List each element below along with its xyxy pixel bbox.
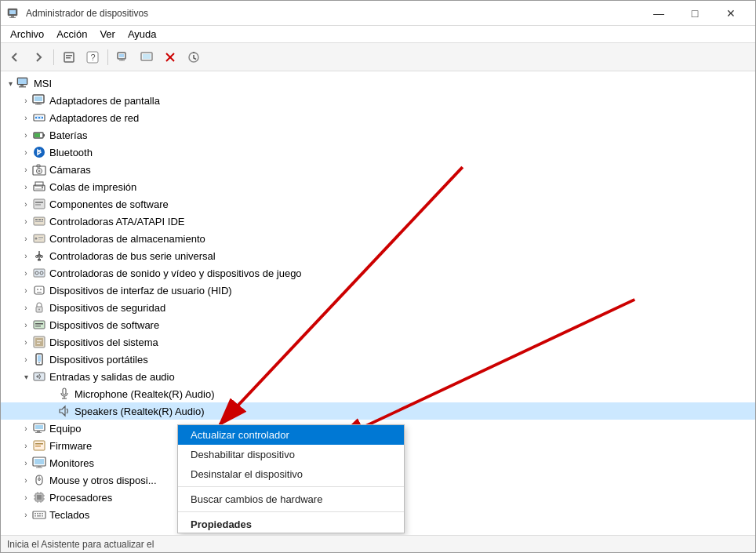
- title-bar-controls: — □ ✕: [641, 1, 749, 26]
- item-label: Dispositivos del sistema: [49, 337, 158, 348]
- root-item[interactable]: ▾ MSI: [1, 75, 755, 92]
- tree-item-controladoras-sonido[interactable]: › Controladoras de sonido y vídeo y disp…: [1, 264, 755, 282]
- mouse-icon: [32, 473, 46, 487]
- svg-rect-57: [38, 259, 41, 261]
- svg-rect-19: [18, 78, 27, 84]
- expand-arrow[interactable]: ›: [20, 232, 32, 245]
- svg-rect-47: [35, 219, 38, 220]
- minimize-button[interactable]: —: [641, 1, 677, 26]
- ctx-deshabilitar[interactable]: Deshabilitar dispositivo: [178, 445, 404, 464]
- expand-arrow[interactable]: ›: [20, 457, 32, 469]
- ctx-buscar[interactable]: Buscar cambios de hardware: [178, 489, 404, 509]
- tree-item-dispositivos-interfaz[interactable]: › Dispositivos de interfaz de usuario (H…: [1, 282, 755, 299]
- menu-ver[interactable]: Ver: [93, 27, 122, 42]
- tree-item-controladoras-almacenamiento[interactable]: › Controladoras de almacenamiento: [1, 230, 755, 247]
- expand-arrow[interactable]: ›: [20, 508, 32, 521]
- tree-item-controladoras-bus[interactable]: › Controladoras de bus serie universal: [1, 247, 755, 264]
- svg-rect-33: [35, 133, 40, 137]
- menu-ayuda[interactable]: Ayuda: [122, 27, 163, 42]
- expand-arrow[interactable]: ›: [20, 301, 32, 314]
- update-button[interactable]: [183, 46, 205, 68]
- tree-item-baterias[interactable]: › Baterías: [1, 126, 755, 144]
- item-label: Dispositivos de seguridad: [49, 302, 165, 314]
- scan-hardware-button[interactable]: [112, 46, 134, 68]
- svg-rect-75: [38, 355, 41, 362]
- back-button[interactable]: [4, 46, 26, 68]
- properties-button[interactable]: [58, 46, 80, 68]
- ctx-desinstalar[interactable]: Desinstalar el dispositivo: [178, 464, 404, 484]
- tree-item-camaras[interactable]: › Cámaras: [1, 161, 755, 178]
- expand-arrow[interactable]: ›: [20, 318, 32, 331]
- expand-arrow[interactable]: ›: [20, 94, 32, 107]
- context-menu: Actualizar controlador Deshabilitar disp…: [177, 424, 405, 533]
- tree-item-controladoras-ata[interactable]: › Controladoras ATA/ATAPI IDE: [1, 213, 755, 230]
- tree-item-adaptadores-red[interactable]: › Adaptadores de red: [1, 109, 755, 126]
- cpu-icon: [32, 490, 46, 504]
- expand-arrow[interactable]: ›: [20, 336, 32, 348]
- svg-rect-50: [35, 221, 43, 222]
- help-button[interactable]: ?: [82, 46, 104, 68]
- back-icon: [9, 51, 21, 64]
- item-label: Controladoras ATA/ATAPI IDE: [49, 216, 184, 227]
- svg-rect-111: [37, 515, 41, 517]
- expand-arrow[interactable]: ›: [20, 111, 32, 124]
- svg-rect-83: [37, 431, 40, 432]
- tree-item-microphone[interactable]: › Microphone (Realtek(R) Audio): [1, 385, 755, 402]
- tree-item-dispositivos-sistema[interactable]: › Dispositivos del sistema: [1, 333, 755, 351]
- tree-item-entradas-salidas[interactable]: ▾ Entradas y salidas de audio: [1, 368, 755, 385]
- item-label: Procesadores: [49, 492, 112, 504]
- keyboard-icon: [32, 508, 46, 522]
- svg-rect-20: [20, 85, 24, 86]
- menu-archivo[interactable]: Archivo: [4, 27, 50, 42]
- tree-item-dispositivos-seguridad[interactable]: › Dispositivos de seguridad: [1, 299, 755, 316]
- tree-item-dispositivos-portatiles[interactable]: › Dispositivos portátiles: [1, 351, 755, 368]
- ctx-separator-1: [178, 486, 404, 487]
- tree-item-speakers[interactable]: › Speakers (Realtek(R) Audio): [1, 402, 755, 420]
- expand-arrow[interactable]: ›: [20, 284, 32, 297]
- expand-arrow[interactable]: ›: [20, 249, 32, 262]
- maximize-button[interactable]: □: [677, 1, 713, 26]
- expand-arrow[interactable]: ›: [20, 180, 32, 193]
- close-button[interactable]: ✕: [713, 1, 749, 26]
- expand-arrow[interactable]: ›: [20, 267, 32, 279]
- display-button[interactable]: [136, 46, 158, 68]
- menu-accion[interactable]: Acción: [50, 27, 93, 42]
- root-expand-arrow[interactable]: ▾: [4, 77, 16, 89]
- expand-arrow[interactable]: ▾: [20, 370, 32, 383]
- expand-arrow[interactable]: ›: [20, 215, 32, 227]
- expand-arrow[interactable]: ›: [20, 198, 32, 210]
- help-icon: ?: [86, 51, 99, 64]
- monitor2-icon: [32, 456, 46, 470]
- expand-arrow[interactable]: ›: [20, 491, 32, 504]
- separator-2: [107, 49, 108, 65]
- svg-rect-77: [34, 373, 45, 380]
- tree-item-adaptadores-pantalla[interactable]: › Adaptadores de pantalla: [1, 92, 755, 109]
- expand-arrow[interactable]: ›: [20, 146, 32, 158]
- ctx-propiedades[interactable]: Propiedades: [178, 515, 404, 533]
- sound-icon: [32, 266, 46, 280]
- ata-icon: [32, 214, 46, 228]
- expand-arrow[interactable]: ›: [20, 422, 32, 435]
- svg-point-66: [38, 309, 40, 311]
- tree-item-bluetooth[interactable]: › Bluetooth: [1, 144, 755, 161]
- expand-arrow[interactable]: ›: [20, 163, 32, 176]
- remove-button[interactable]: [159, 46, 181, 68]
- expand-arrow[interactable]: ›: [20, 353, 32, 366]
- forward-button[interactable]: [27, 46, 49, 68]
- svg-point-34: [34, 147, 45, 158]
- svg-point-28: [35, 117, 37, 118]
- svg-rect-89: [35, 459, 44, 464]
- expand-arrow[interactable]: ›: [20, 439, 32, 452]
- expand-arrow[interactable]: ›: [20, 474, 32, 486]
- tree-item-colas-impresion[interactable]: › Colas de impresión: [1, 178, 755, 195]
- tree-item-dispositivos-software[interactable]: › Dispositivos de software: [1, 316, 755, 333]
- svg-rect-106: [35, 513, 36, 515]
- svg-rect-41: [35, 188, 43, 190]
- expand-arrow[interactable]: ›: [20, 129, 32, 141]
- svg-rect-42: [42, 187, 43, 188]
- item-label: Entradas y salidas de audio: [49, 371, 175, 383]
- ctx-actualizar[interactable]: Actualizar controlador: [178, 425, 404, 445]
- svg-rect-25: [35, 104, 42, 105]
- item-label: Controladoras de sonido y vídeo y dispos…: [49, 267, 302, 279]
- tree-item-componentes-software[interactable]: › Componentes de software: [1, 195, 755, 213]
